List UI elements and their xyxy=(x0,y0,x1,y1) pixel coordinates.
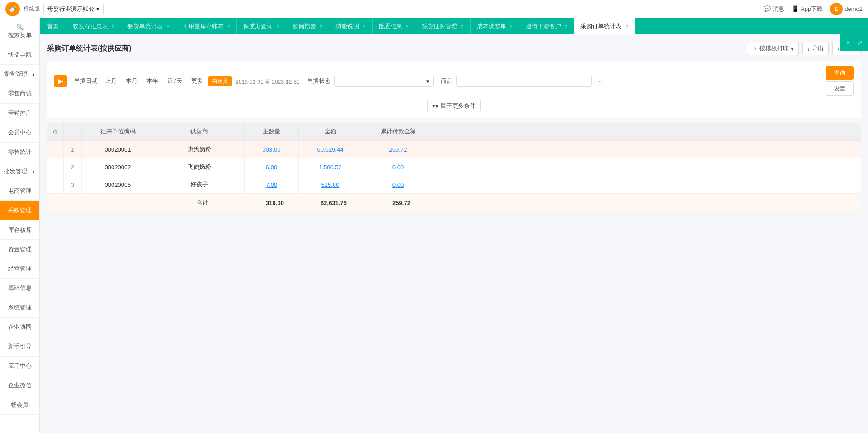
shortcut-this-month[interactable]: 本月 xyxy=(122,76,141,86)
export-button[interactable]: ↓ 导出 xyxy=(802,42,829,55)
template-print-button[interactable]: 🖨 按模板打印 ▾ xyxy=(747,42,799,55)
workspace-selector[interactable]: 母婴行业演示账套 ▾ xyxy=(43,3,104,15)
sidebar-item-appcenter[interactable]: 应用中心 xyxy=(0,357,39,376)
tab-order-stat[interactable]: 要货单统计表 × xyxy=(121,18,176,34)
row2-amount: 1,586.52 xyxy=(299,158,362,176)
sidebar-item-enterprise[interactable]: 企业协同 xyxy=(0,318,39,337)
row1-seq: 1 xyxy=(64,141,82,158)
tab-stock-book-close[interactable]: × xyxy=(227,24,230,29)
sidebar-item-wholesale[interactable]: 批发管理 ▼ xyxy=(0,162,39,181)
nav-close-all-button[interactable]: × xyxy=(843,37,854,48)
tab-purchase-stat-close[interactable]: × xyxy=(625,24,628,29)
tab-pick-task[interactable]: 拣货任务管理 × xyxy=(415,18,470,34)
tab-invite[interactable]: 邀请下游客户 × xyxy=(519,18,574,34)
tab-warranty-close[interactable]: × xyxy=(276,24,279,29)
row1-supplier: 惠氏奶粉 xyxy=(154,141,245,158)
product-filter-input[interactable] xyxy=(456,76,592,87)
row2-paid: 0.00 xyxy=(362,158,434,176)
sidebar-item-purchase[interactable]: 采购管理 xyxy=(0,201,39,220)
expand-more-button[interactable]: ▾▾ 展开更多条件 xyxy=(427,100,481,112)
tab-collect-label: 收发存汇总表 xyxy=(73,22,108,30)
data-table: ⚙ 往来单位编码 供应商 主数量 金额 累计付款金额 xyxy=(47,123,861,194)
table-row: 1 00020001 惠氏奶粉 303.00 60,519.44 259.72 xyxy=(47,141,861,158)
shortcut-more[interactable]: 更多 xyxy=(188,76,207,86)
settings-col-icon[interactable]: ⚙ xyxy=(52,128,58,135)
tab-collect[interactable]: 收发存汇总表 × xyxy=(66,18,121,34)
sidebar-item-inventory[interactable]: 库存核算 xyxy=(0,220,39,240)
sidebar-item-wechat[interactable]: 企业微信 xyxy=(0,376,39,395)
nav-fixed-actions: × ⤢ xyxy=(840,34,868,51)
tab-config-close[interactable]: × xyxy=(406,24,409,29)
sidebar-item-basic[interactable]: 基础信息 xyxy=(0,279,39,298)
page-content: 采购订单统计表(按供应商) 🖨 按模板打印 ▾ ↓ 导出 ↺ 刷新 xyxy=(40,34,868,433)
export-icon: ↓ xyxy=(807,45,811,52)
filter-panel: ▶ 单据日期 上月 本月 本年 近7天 更多 自定义 2016-01-01 至 … xyxy=(47,61,861,118)
tab-cost-adj-close[interactable]: × xyxy=(510,24,513,29)
tab-order-stat-close[interactable]: × xyxy=(166,24,169,29)
data-table-wrapper: ⚙ 往来单位编码 供应商 主数量 金额 累计付款金额 xyxy=(47,123,861,211)
user-area[interactable]: E demo2 xyxy=(830,3,863,15)
message-button[interactable]: 💬 消息 xyxy=(764,5,784,13)
tab-stock-book[interactable]: 可用量库存账本 × xyxy=(176,18,237,34)
content-area: 首页 收发存汇总表 × 要货单统计表 × 可用量库存账本 × 保质期查询 × xyxy=(40,18,868,433)
sidebar-item-ecommerce[interactable]: 电商管理 xyxy=(0,181,39,201)
tab-stock-book-label: 可用量库存账本 xyxy=(183,22,224,30)
app-download-button[interactable]: 📱 App下载 xyxy=(792,5,823,13)
tab-invite-close[interactable]: × xyxy=(565,24,567,29)
sidebar-item-vip[interactable]: 畅会员 xyxy=(0,395,39,415)
tab-purchase-stat-label: 采购订单统计表 xyxy=(580,22,622,30)
col-settings: ⚙ xyxy=(47,123,64,141)
nav-expand-button[interactable]: ⤢ xyxy=(854,37,865,48)
sidebar-item-retail-shop[interactable]: 零售商城 xyxy=(0,84,39,104)
row2-code: 00020002 xyxy=(82,158,154,176)
product-filter-more-icon[interactable]: ··· xyxy=(597,78,602,85)
row3-paid: 0.00 xyxy=(362,176,434,194)
tab-purchase-stat[interactable]: 采购订单统计表 × xyxy=(574,18,635,34)
tab-warranty-label: 保质期查询 xyxy=(243,22,273,30)
date-filter-label: 单据日期 xyxy=(74,77,98,85)
footer-label: 合计 xyxy=(157,199,248,207)
sidebar-item-retail[interactable]: 零售管理 ▲ xyxy=(0,65,39,84)
sidebar-item-system[interactable]: 系统管理 xyxy=(0,298,39,318)
custom-date-tag[interactable]: 自定义 xyxy=(208,76,232,86)
tab-overstock-close[interactable]: × xyxy=(320,24,322,29)
tab-cost-adj[interactable]: 成本调整单 × xyxy=(471,18,519,34)
settings-button[interactable]: 设置 xyxy=(826,81,854,96)
tab-home[interactable]: 首页 xyxy=(40,18,66,34)
sidebar-item-search[interactable]: 🔍 搜索英单 xyxy=(0,18,39,45)
tab-collect-close[interactable]: × xyxy=(112,24,114,29)
tab-order-stat-label: 要货单统计表 xyxy=(127,22,163,30)
sidebar-item-newguide[interactable]: 新手引导 xyxy=(0,337,39,357)
tab-funcguide-close[interactable]: × xyxy=(363,24,365,29)
search-button[interactable]: 查询 xyxy=(826,66,854,80)
col-supplier-code-header: 往来单位编码 xyxy=(82,123,154,141)
shortcut-this-year[interactable]: 本年 xyxy=(143,76,162,86)
tab-funcguide[interactable]: 功能说明 × xyxy=(329,18,372,34)
sidebar: 🔍 搜索英单 快捷导航 零售管理 ▲ 零售商城 营销推广 会员中心 零售统计 批… xyxy=(0,18,40,433)
filter-row-main: ▶ 单据日期 上月 本月 本年 近7天 更多 自定义 2016-01-01 至 … xyxy=(54,66,854,96)
sidebar-item-retail-stat[interactable]: 零售统计 xyxy=(0,143,39,162)
message-label: 消息 xyxy=(773,5,784,13)
col-quantity-header: 主数量 xyxy=(245,123,299,141)
tab-funcguide-label: 功能说明 xyxy=(335,22,359,30)
tab-cost-adj-label: 成本调整单 xyxy=(477,22,506,30)
sidebar-item-shortcut[interactable]: 快捷导航 xyxy=(0,45,39,65)
message-icon: 💬 xyxy=(764,5,771,12)
sidebar-item-marketing[interactable]: 营销推广 xyxy=(0,104,39,123)
tab-config-label: 配置信息 xyxy=(379,22,402,30)
shortcut-last-7days[interactable]: 近7天 xyxy=(164,76,186,86)
sidebar-item-member[interactable]: 会员中心 xyxy=(0,123,39,143)
table-row: 2 00020002 飞鹤奶粉 6.00 1,586.52 0.00 xyxy=(47,158,861,176)
row1-quantity: 303.00 xyxy=(245,141,299,158)
filter-toggle-button[interactable]: ▶ xyxy=(54,75,67,87)
sidebar-item-finance[interactable]: 资金管理 xyxy=(0,240,39,259)
tab-warranty[interactable]: 保质期查询 × xyxy=(237,18,286,34)
status-select[interactable]: ▾ xyxy=(334,76,434,87)
sidebar-item-operation[interactable]: 经营管理 xyxy=(0,259,39,279)
tab-overstock[interactable]: 超储预警 × xyxy=(286,18,329,34)
table-header-row: ⚙ 往来单位编码 供应商 主数量 金额 累计付款金额 xyxy=(47,123,861,141)
tab-config[interactable]: 配置信息 × xyxy=(373,18,415,34)
tab-pick-task-close[interactable]: × xyxy=(461,24,463,29)
shortcut-last-month[interactable]: 上月 xyxy=(101,76,120,86)
filter-search-actions: 查询 设置 xyxy=(826,66,854,96)
